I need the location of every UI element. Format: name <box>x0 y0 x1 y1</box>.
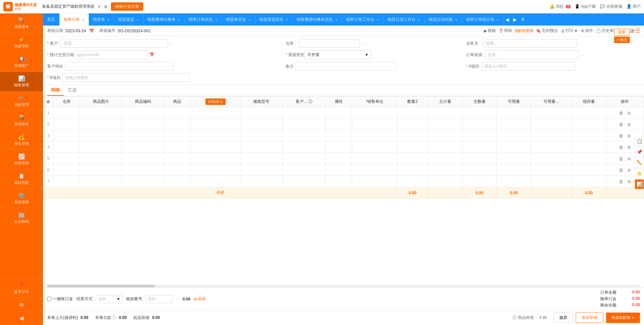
tab-return-goods[interactable]: 销货退货 ✕ <box>114 13 143 26</box>
row-6-delete-btn[interactable]: 🗑 <box>617 167 625 173</box>
sidebar-item-operations[interactable]: 📈 经营管理 <box>0 150 43 169</box>
salesperson-input[interactable] <box>483 39 577 48</box>
scan-btn[interactable]: 扫码录入 <box>205 98 226 105</box>
remarks-input[interactable] <box>296 62 396 71</box>
row-2-custcode[interactable] <box>282 119 326 130</box>
sidebar-item-sales[interactable]: 📊 销售管理 <box>0 72 43 91</box>
tab-close-icon[interactable]: ✕ <box>136 18 139 22</box>
tab-close-icon[interactable]: ✕ <box>496 18 499 22</box>
sidebar-item-inventory[interactable]: 📦 库存核算 <box>0 111 43 130</box>
warehouse-input[interactable]: 成品库 <box>299 39 359 48</box>
sidebar-item-purchase[interactable]: 🛒 采购管理 <box>0 91 43 111</box>
tab-sales-summary[interactable]: 销售订单统计表 ✕ <box>462 13 503 26</box>
row-4-copy-btn[interactable]: ⊕ <box>626 144 633 151</box>
address-dots-btn[interactable]: ··· <box>175 64 179 69</box>
customer-dots-btn[interactable]: ··· <box>169 41 174 46</box>
row-1-qty2[interactable] <box>397 107 428 119</box>
row-7-delete-btn[interactable]: 🗑 <box>617 178 625 185</box>
tab-order-workbench[interactable]: 销售订单工作台 ✕ <box>342 13 383 26</box>
row-3-copy-btn[interactable]: ⊕ <box>626 132 633 139</box>
add-btn[interactable]: ⊕ 添加 <box>194 296 206 302</box>
salesperson-dots-btn[interactable]: ··· <box>578 41 582 46</box>
online-service-btn[interactable]: 💬 在线客服 <box>600 4 622 9</box>
solution-button[interactable]: 体验行业方案 <box>111 2 143 11</box>
row-1-salesunit[interactable] <box>352 107 397 119</box>
amount-dots-btn[interactable]: ··· <box>176 297 179 301</box>
tab-close-icon[interactable]: ✕ <box>215 18 218 22</box>
one-click-checkbox[interactable] <box>47 297 51 301</box>
a-project-input[interactable] <box>481 62 575 71</box>
row-2-qty2[interactable] <box>397 119 428 130</box>
float-btn-4[interactable]: ⭐ <box>635 168 644 178</box>
sidebar-item-search[interactable]: 🔍 搜索菜单 <box>0 13 43 33</box>
help-btn[interactable]: ❓ 帮助 <box>498 28 512 34</box>
tab-return-goods-hist[interactable]: 销货退货历史 ✕ <box>255 13 293 26</box>
row-6-copy-btn[interactable]: ⊕ <box>626 167 633 173</box>
tab-close-icon[interactable]: ✕ <box>107 18 110 22</box>
row-2-salesunit[interactable] <box>352 119 397 130</box>
detail-tab-detail[interactable]: 明细 <box>47 85 64 96</box>
row-2-mainqty[interactable] <box>462 119 497 130</box>
tab-menu-btn[interactable]: ✕ <box>519 17 527 22</box>
row-5-copy-btn[interactable]: ⊕ <box>626 155 633 162</box>
sidebar-collapse[interactable]: ◀ <box>0 312 43 325</box>
tab-close-icon[interactable]: ✕ <box>418 18 420 22</box>
tab-cash-daily[interactable]: 钱货日清工作台 ✕ <box>383 13 425 26</box>
settings-icon[interactable]: ⚙ <box>104 4 108 9</box>
debit-info-icon[interactable]: ⓘ <box>112 315 116 320</box>
order-source-dots-btn[interactable]: ··· <box>580 52 584 57</box>
row-1-spec[interactable] <box>240 107 282 119</box>
row-1-custcode[interactable] <box>282 107 326 119</box>
row-1-copy-btn[interactable]: ⊕ <box>626 110 633 116</box>
settings-btn[interactable]: 设置 <box>614 29 630 36</box>
table-scrollbar[interactable] <box>47 285 640 287</box>
date-picker-icon[interactable]: 📅 <box>89 29 94 33</box>
tab-sales-order[interactable]: 销售订单 ✕ <box>60 13 89 26</box>
row-1-mainqty[interactable] <box>462 107 497 119</box>
operations-btn[interactable]: ⚙ 操作 <box>581 28 593 34</box>
tab-close-icon[interactable]: ✕ <box>82 18 84 22</box>
sidebar-settings[interactable]: ⚙ <box>0 298 43 312</box>
row-1-code[interactable] <box>122 107 164 119</box>
tab-cash-reconcile[interactable]: 钱货日清对账 ✕ <box>425 13 462 26</box>
tab-home[interactable]: 首页 <box>43 13 60 26</box>
scroll-thumb[interactable] <box>47 285 155 287</box>
col-settings[interactable]: ⚙ <box>43 96 53 107</box>
profit-btn[interactable]: 🔖 毛利预估 <box>536 28 558 34</box>
float-btn-1[interactable]: 📋 <box>635 136 644 146</box>
row-1-name[interactable] <box>164 107 191 119</box>
date-icon[interactable]: 📅 <box>149 52 154 57</box>
tab-expense-hist[interactable]: 销售费用分摊单历史 ✕ <box>293 13 342 26</box>
row-2-attr[interactable] <box>326 119 352 130</box>
row-2-copy-btn[interactable]: ⊕ <box>626 121 633 128</box>
print-btn[interactable]: 🖨 打印 ▼ <box>561 28 578 34</box>
tab-close-icon[interactable]: ✕ <box>455 18 458 22</box>
float-btn-3[interactable]: ✏️ <box>635 158 644 168</box>
sidebar-item-quicknav[interactable]: ⚡ 快捷导航 <box>0 33 43 52</box>
sidebar-item-enterprise[interactable]: 🏢 企业协同 <box>0 208 43 228</box>
tab-return-hist[interactable]: 销货单历史 ✕ <box>222 13 255 26</box>
row-7-copy-btn[interactable]: ⊕ <box>626 178 633 185</box>
tab-close-icon[interactable]: ✕ <box>335 18 338 22</box>
tab-close-icon[interactable]: ✕ <box>376 18 379 22</box>
message-btn[interactable]: 🔔 消息 9 <box>550 4 571 9</box>
row-3-delete-btn[interactable]: 🗑 <box>617 132 625 139</box>
row-2-name[interactable] <box>164 119 191 130</box>
system-dropdown-icon[interactable]: ▼ <box>97 4 101 9</box>
sidebar-item-marketing[interactable]: 📢 营销推广 <box>0 52 43 72</box>
sidebar-item-finance[interactable]: 💰 资金管理 <box>0 130 43 150</box>
sidebar-item-guide[interactable]: ❓ 新手引导 <box>0 279 43 298</box>
order-source-input[interactable] <box>485 50 579 59</box>
tab-close-icon[interactable]: ✕ <box>248 18 251 22</box>
tab-order-hist[interactable]: 销售订单历史 ✕ <box>185 13 222 26</box>
tab-next-btn[interactable]: ▶ <box>511 17 519 22</box>
tab-sales-expense[interactable]: 销售费用分摊单 ✕ <box>143 13 185 26</box>
save-draft-button[interactable]: 保存草稿 <box>576 313 603 323</box>
list-view-icon[interactable]: ☰ <box>635 28 640 34</box>
tab-prev-btn[interactable]: ◀ <box>503 17 511 22</box>
float-btn-5[interactable]: 📊 <box>635 179 644 189</box>
row-5-delete-btn[interactable]: 🗑 <box>617 155 625 162</box>
row-1-attr[interactable] <box>326 107 352 119</box>
discard-button[interactable]: 放弃 <box>554 313 573 323</box>
sidebar-item-basic[interactable]: 📋 基础信息 <box>0 169 43 189</box>
